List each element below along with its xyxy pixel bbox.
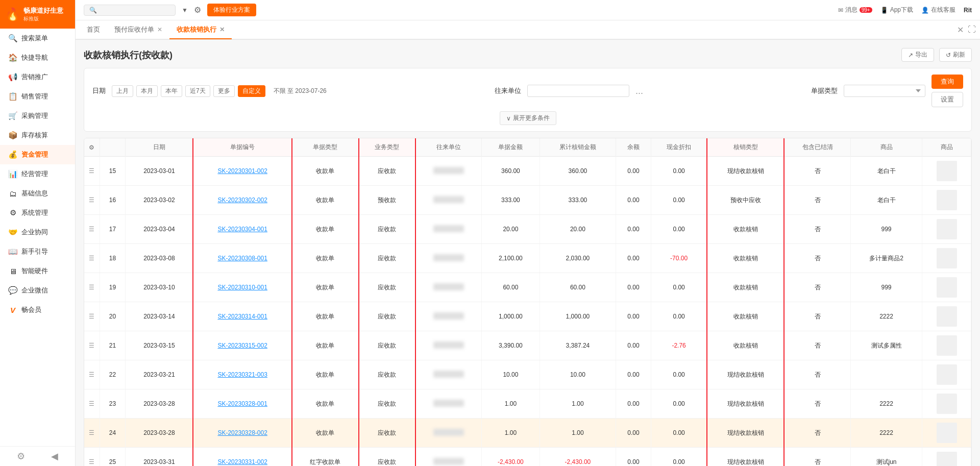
cell-doc-no[interactable]: SK-20230328-001	[193, 389, 292, 419]
sidebar-item-quick[interactable]: 🏠 快捷导航	[0, 48, 75, 67]
cell-doc-no[interactable]: SK-20230321-003	[193, 360, 292, 389]
refresh-button[interactable]: ↺ 刷新	[939, 48, 972, 62]
topbar-search[interactable]: 🔍	[84, 5, 176, 16]
sidebar-item-finance[interactable]: 💰 资金管理	[0, 145, 75, 164]
cell-doc-no[interactable]: SK-20230304-001	[193, 215, 292, 244]
sidebar-item-enterprise[interactable]: 🤝 企业协同	[0, 223, 75, 242]
cell-settings[interactable]: ☰	[84, 302, 100, 331]
doc-no-link[interactable]: SK-20230314-001	[217, 313, 267, 320]
cell-biz-type: 应收款	[359, 389, 415, 419]
online-service-item[interactable]: 👤 在线客服	[921, 6, 955, 14]
sidebar-item-marketing[interactable]: 📢 营销推广	[0, 67, 75, 87]
col-header-cancel-type: 核销类型	[707, 138, 784, 157]
user-profile[interactable]: Rit	[964, 7, 972, 14]
doc-no-link[interactable]: SK-20230310-001	[217, 284, 267, 291]
doc-no-link[interactable]: SK-20230301-002	[217, 167, 267, 175]
tab-close-icon[interactable]: ✕	[957, 25, 964, 35]
basic-icon: 🗂	[8, 189, 17, 198]
btn-this-year[interactable]: 本年	[161, 85, 182, 97]
sidebar-item-hardware[interactable]: 🖥 智能硬件	[0, 261, 75, 281]
sidebar-item-guide[interactable]: 📖 新手引导	[0, 242, 75, 261]
btn-this-month[interactable]: 本月	[136, 85, 158, 97]
cell-doc-no[interactable]: SK-20230310-001	[193, 273, 292, 302]
cell-doc-no[interactable]: SK-20230314-001	[193, 302, 292, 331]
doc-no-link[interactable]: SK-20230328-002	[217, 429, 267, 436]
cell-cash-discount: 0.00	[651, 389, 707, 419]
btn-more-dates[interactable]: 更多	[213, 85, 235, 97]
sidebar-item-label: 快捷导航	[21, 53, 48, 62]
topbar-dropdown[interactable]: ▼	[182, 7, 188, 14]
cell-settings[interactable]: ☰	[84, 186, 100, 215]
doc-no-link[interactable]: SK-20230304-001	[217, 226, 267, 233]
btn-last-month[interactable]: 上月	[112, 85, 133, 97]
cell-balance: 0.00	[616, 419, 651, 448]
btn-custom-date[interactable]: 自定义	[238, 85, 265, 97]
sidebar-item-purchase[interactable]: 🛒 采购管理	[0, 106, 75, 126]
sidebar-item-label: 销售管理	[21, 92, 48, 101]
tab-home[interactable]: 首页	[80, 21, 107, 39]
more-filters-btn[interactable]: ...	[635, 86, 643, 96]
member-icon: V	[8, 306, 17, 314]
sidebar-item-weixin[interactable]: 💬 企业微信	[0, 281, 75, 300]
cell-partner	[415, 244, 482, 273]
btn-last-7-days[interactable]: 近7天	[185, 85, 210, 97]
export-button[interactable]: ↗ 导出	[901, 48, 934, 62]
doc-no-link[interactable]: SK-20230315-002	[217, 342, 267, 349]
sidebar-item-inventory[interactable]: 📦 库存核算	[0, 126, 75, 145]
cell-doc-no[interactable]: SK-20230328-002	[193, 419, 292, 448]
tab-receipt-close[interactable]: ✕	[219, 26, 225, 33]
sidebar-item-sales[interactable]: 📋 销售管理	[0, 87, 75, 106]
app-download-item[interactable]: 📱 App下载	[880, 6, 913, 14]
cell-doc-no[interactable]: SK-20230302-002	[193, 186, 292, 215]
cell-settings[interactable]: ☰	[84, 273, 100, 302]
cell-doc-no[interactable]: SK-20230308-001	[193, 244, 292, 273]
doc-no-link[interactable]: SK-20230308-001	[217, 255, 267, 262]
cell-balance: 0.00	[616, 273, 651, 302]
cell-product: 999	[850, 215, 922, 244]
cell-doc-no[interactable]: SK-20230301-002	[193, 157, 292, 186]
cell-date: 2023-03-21	[126, 360, 193, 389]
sidebar-item-label: 营销推广	[21, 72, 48, 82]
cell-biz-type: 应收款	[359, 360, 415, 389]
cell-settings[interactable]: ☰	[84, 244, 100, 273]
expand-conditions-btn[interactable]: ∨ 展开更多条件	[500, 111, 556, 125]
messages-item[interactable]: ✉ 消息 99+	[838, 6, 872, 14]
cell-settings[interactable]: ☰	[84, 157, 100, 186]
col-header-balance: 余额	[616, 138, 651, 157]
collapse-icon[interactable]: ◀	[51, 451, 58, 462]
cell-doc-type: 收款单	[292, 331, 359, 360]
doc-no-link[interactable]: SK-20230328-001	[217, 400, 267, 407]
doc-no-link[interactable]: SK-20230302-002	[217, 197, 267, 204]
tab-maximize-icon[interactable]: ⛶	[968, 25, 976, 34]
cell-settings[interactable]: ☰	[84, 448, 100, 467]
col-header-settings[interactable]: ⚙	[84, 138, 100, 157]
sidebar-item-basic[interactable]: 🗂 基础信息	[0, 184, 75, 203]
doc-no-link[interactable]: SK-20230321-003	[217, 371, 267, 378]
cell-biz-type: 应收款	[359, 244, 415, 273]
tab-prepay[interactable]: 预付应收付单 ✕	[107, 21, 169, 39]
cell-amount: 1.00	[482, 389, 540, 419]
topbar-gear-icon[interactable]: ⚙	[194, 5, 201, 15]
cell-doc-no[interactable]: SK-20230331-002	[193, 448, 292, 467]
query-button[interactable]: 查询	[932, 75, 963, 89]
sidebar-item-system[interactable]: ⚙ 系统管理	[0, 203, 75, 223]
cell-settings[interactable]: ☰	[84, 389, 100, 419]
tab-receipt[interactable]: 收款核销执行 ✕	[169, 21, 232, 39]
cell-verified: 2,030.00	[540, 244, 616, 273]
cell-settings[interactable]: ☰	[84, 360, 100, 389]
cell-settings[interactable]: ☰	[84, 331, 100, 360]
partner-input[interactable]	[527, 85, 629, 97]
doc-type-select[interactable]	[844, 85, 925, 97]
sidebar-item-operations[interactable]: 📊 经营管理	[0, 164, 75, 184]
cell-doc-no[interactable]: SK-20230315-002	[193, 331, 292, 360]
sidebar-item-search[interactable]: 🔍 搜索菜单	[0, 29, 75, 48]
cell-doc-type: 红字收款单	[292, 448, 359, 467]
industry-solution-button[interactable]: 体验行业方案	[207, 4, 256, 16]
cell-settings[interactable]: ☰	[84, 419, 100, 448]
settings-icon[interactable]: ⚙	[17, 451, 25, 462]
sidebar-item-member[interactable]: V 畅会员	[0, 300, 75, 320]
tab-prepay-close[interactable]: ✕	[157, 26, 162, 33]
doc-no-link[interactable]: SK-20230331-002	[217, 458, 267, 465]
settings-button[interactable]: 设置	[932, 92, 963, 107]
cell-settings[interactable]: ☰	[84, 215, 100, 244]
